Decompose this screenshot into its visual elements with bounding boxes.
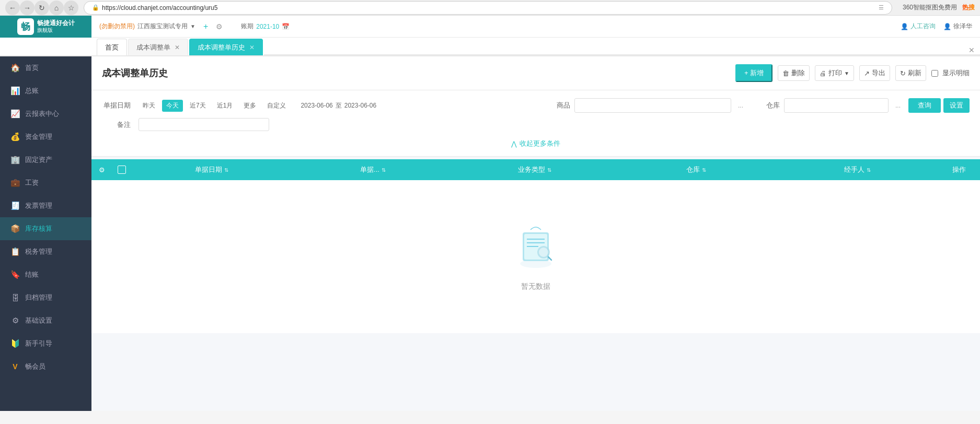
sidebar-item-invoice[interactable]: 🧾 发票管理 xyxy=(0,194,91,217)
table-header: ⚙ 单据日期 ⇅ 单据... ⇅ 业务类型 ⇅ 仓库 ⇅ xyxy=(91,159,980,180)
show-cols-toggle[interactable]: 显示明细 xyxy=(931,68,970,78)
shortcut-today[interactable]: 今天 xyxy=(162,100,183,112)
th-actions: 操作 xyxy=(938,165,980,174)
sidebar-label-inventory: 库存核算 xyxy=(25,224,52,233)
th-warehouse[interactable]: 仓库 ⇅ xyxy=(615,165,777,174)
tab-home[interactable]: 首页 xyxy=(97,39,127,55)
bookmark-button[interactable]: ☆ xyxy=(64,1,78,15)
table-select-all[interactable] xyxy=(112,166,131,174)
sidebar-item-ledger[interactable]: 📊 总账 xyxy=(0,79,91,102)
payroll-icon: 💼 xyxy=(10,178,20,187)
refresh-icon: ↻ xyxy=(900,69,906,77)
th-operator[interactable]: 经手人 ⇅ xyxy=(777,165,938,174)
tab-close-all[interactable]: ✕ xyxy=(963,46,980,55)
tab-cost-adjust-history-label: 成本调整单历史 xyxy=(198,43,245,52)
sidebar-item-funds[interactable]: 💰 资金管理 xyxy=(0,125,91,148)
home-button[interactable]: ⌂ xyxy=(49,1,64,15)
forward-button[interactable]: → xyxy=(20,1,34,15)
tab-bar: 首页 成本调整单 ✕ 成本调整单历史 ✕ ✕ xyxy=(0,38,980,56)
browser-actions: 360智能抠图免费用 热搜 xyxy=(903,3,975,12)
th-warehouse-sort: ⇅ xyxy=(702,167,706,173)
tab-cost-adjust-history-close[interactable]: ✕ xyxy=(249,44,255,51)
delete-button[interactable]: 🗑 删除 xyxy=(778,65,810,81)
th-biz-type[interactable]: 业务类型 ⇅ xyxy=(454,165,615,174)
tab-cost-adjust-history[interactable]: 成本调整单历史 ✕ xyxy=(189,39,263,55)
settings-gear-icon: ⚙ xyxy=(10,316,20,325)
tab-cost-adjust[interactable]: 成本调整单 ✕ xyxy=(128,39,188,55)
remark-label: 备注 xyxy=(102,120,131,129)
back-button[interactable]: ← xyxy=(5,1,20,15)
search-button[interactable]: 查询 xyxy=(908,98,941,113)
goods-filter: 商品 ... xyxy=(541,98,743,113)
table-settings-icon[interactable]: ⚙ xyxy=(91,166,112,174)
shortcut-yesterday[interactable]: 昨天 xyxy=(139,100,159,112)
collapse-label: 收起更多条件 xyxy=(520,139,560,148)
main-layout: 🏠 首页 📊 总账 📈 云报表中心 💰 资金管理 🏢 固定资产 💼 工资 xyxy=(0,56,980,411)
warehouse-dots[interactable]: ... xyxy=(895,102,901,109)
shortcut-1month[interactable]: 近1月 xyxy=(213,100,237,112)
address-bar[interactable]: 🔒 https://cloud.chanjet.com/accounting/u… xyxy=(84,1,892,15)
service-icon: 👤 xyxy=(901,23,908,30)
th-operator-sort: ⇅ xyxy=(867,167,871,173)
top-right: 👤 人工咨询 👤 徐泽华 xyxy=(901,22,972,31)
add-company-btn[interactable]: + xyxy=(203,22,208,31)
user-service[interactable]: 👤 人工咨询 xyxy=(901,22,936,31)
select-all-checkbox[interactable] xyxy=(118,166,126,174)
sidebar-item-settlement[interactable]: 🔖 结账 xyxy=(0,263,91,286)
sidebar-item-settings[interactable]: ⚙ 基础设置 xyxy=(0,309,91,332)
collapse-button[interactable]: ⋀ 收起更多条件 xyxy=(511,139,560,148)
sidebar-item-inventory[interactable]: 📦 库存核算 xyxy=(0,217,91,240)
period-value: 2021-10 xyxy=(256,23,279,30)
logo-text: 畅捷通好会计 旗舰版 xyxy=(37,19,75,33)
app-logo[interactable]: 畅 畅捷通好会计 旗舰版 xyxy=(0,16,91,38)
sidebar-item-archive[interactable]: 🗄 归档管理 xyxy=(0,286,91,309)
remark-input[interactable] xyxy=(139,118,269,131)
calendar-icon[interactable]: 📅 xyxy=(282,23,290,30)
user-profile[interactable]: 👤 徐泽华 xyxy=(943,22,972,31)
goods-label: 商品 xyxy=(541,101,570,110)
warehouse-filter: 仓库 ... xyxy=(751,98,901,113)
shortcut-7days[interactable]: 近7天 xyxy=(186,100,210,112)
vip-icon: V xyxy=(10,362,20,371)
th-biz-type-label: 业务类型 xyxy=(518,165,545,174)
shortcut-custom[interactable]: 自定义 xyxy=(263,100,290,112)
warehouse-input[interactable] xyxy=(784,98,889,113)
settings-filter-button[interactable]: 设置 xyxy=(943,98,970,113)
company-selector[interactable]: (勿删勿禁用) 江西服宝测试专用 ▼ xyxy=(99,22,195,31)
refresh-button[interactable]: ↻ xyxy=(34,1,49,15)
sidebar-item-tax[interactable]: 📋 税务管理 xyxy=(0,240,91,263)
goods-input[interactable] xyxy=(574,98,731,113)
goods-dots[interactable]: ... xyxy=(738,102,743,109)
search-label: 360智能抠图免费用 xyxy=(903,3,957,12)
sidebar-item-payroll[interactable]: 💼 工资 xyxy=(0,171,91,194)
sidebar-item-reports[interactable]: 📈 云报表中心 xyxy=(0,102,91,125)
print-button[interactable]: 🖨 打印 ▼ xyxy=(815,65,854,81)
th-date[interactable]: 单据日期 ⇅ xyxy=(131,165,292,174)
sidebar-item-fixed-assets[interactable]: 🏢 固定资产 xyxy=(0,148,91,171)
date-shortcuts: 昨天 今天 近7天 近1月 更多 自定义 xyxy=(139,100,290,112)
settings-icon[interactable]: ⚙ xyxy=(216,22,223,31)
th-warehouse-label: 仓库 xyxy=(686,165,700,174)
service-label: 人工咨询 xyxy=(910,22,936,31)
tab-cost-adjust-close[interactable]: ✕ xyxy=(175,44,180,51)
show-cols-checkbox[interactable] xyxy=(931,70,938,77)
reports-icon: 📈 xyxy=(10,109,20,119)
export-button[interactable]: ↗ 导出 xyxy=(859,65,890,81)
shortcut-more[interactable]: 更多 xyxy=(239,100,260,112)
sidebar-item-vip[interactable]: V 畅会员 xyxy=(0,355,91,378)
sidebar-label-home: 首页 xyxy=(25,63,39,73)
th-number[interactable]: 单据... ⇅ xyxy=(292,165,454,174)
sidebar-item-home[interactable]: 🏠 首页 xyxy=(0,56,91,79)
export-icon: ↗ xyxy=(864,69,870,77)
content-area: 成本调整单历史 + 新增 🗑 删除 🖨 打印 ▼ ↗ 导出 ↻ xyxy=(91,56,980,411)
new-button[interactable]: + 新增 xyxy=(735,64,773,82)
archive-icon: 🗄 xyxy=(10,293,20,302)
inventory-icon: 📦 xyxy=(10,224,20,233)
table-area: ⚙ 单据日期 ⇅ 单据... ⇅ 业务类型 ⇅ 仓库 ⇅ xyxy=(91,159,980,333)
filter-row-date: 单据日期 昨天 今天 近7天 近1月 更多 自定义 2023-06-06 至 2… xyxy=(102,98,970,113)
header-actions: + 新增 🗑 删除 🖨 打印 ▼ ↗ 导出 ↻ 刷新 xyxy=(735,64,970,82)
top-bar: 畅 畅捷通好会计 旗舰版 (勿删勿禁用) 江西服宝测试专用 ▼ + ⚙ 账期 2… xyxy=(0,16,980,38)
refresh-button[interactable]: ↻ 刷新 xyxy=(895,65,926,81)
sidebar-item-guide[interactable]: 🔰 新手引导 xyxy=(0,332,91,355)
browser-top-bar: ← → ↻ ⌂ ☆ 🔒 https://cloud.chanjet.com/ac… xyxy=(0,0,980,16)
